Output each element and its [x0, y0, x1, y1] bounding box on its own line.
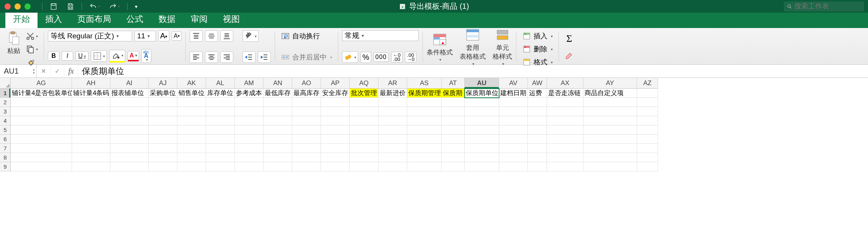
column-header[interactable]: AS [407, 78, 442, 89]
align-bottom-button[interactable] [220, 30, 233, 42]
cell[interactable] [321, 135, 350, 144]
tab-公式[interactable]: 公式 [119, 11, 151, 28]
cell[interactable] [110, 98, 149, 107]
fx-button[interactable]: fx [64, 65, 78, 77]
cell[interactable] [177, 98, 206, 107]
cell[interactable]: 最高库存 [292, 89, 321, 98]
column-header[interactable]: AP [321, 78, 350, 89]
cell[interactable] [499, 98, 528, 107]
column-header[interactable]: AZ [637, 78, 658, 89]
cell[interactable] [583, 98, 637, 107]
search-input[interactable] [794, 2, 861, 10]
cell[interactable]: 商品自定义项 [583, 89, 637, 98]
close-window-button[interactable] [5, 3, 11, 10]
cell[interactable] [583, 153, 637, 162]
cell[interactable] [350, 162, 378, 171]
cell[interactable] [442, 162, 465, 171]
cell[interactable]: 辅计量4条码 [72, 89, 110, 98]
column-header[interactable]: AT [442, 78, 465, 89]
cell[interactable] [499, 116, 528, 125]
cell[interactable] [528, 144, 547, 153]
cell[interactable] [378, 116, 407, 125]
cell[interactable] [528, 116, 547, 125]
cell[interactable] [407, 162, 442, 171]
cell[interactable]: 批次管理 [350, 89, 378, 98]
cell[interactable] [72, 153, 110, 162]
cell[interactable] [206, 116, 235, 125]
font-name-select[interactable]: 等线 Regular (正文) [48, 31, 132, 41]
cut-button[interactable] [24, 30, 40, 42]
cell[interactable] [378, 98, 407, 107]
number-format-select[interactable]: 常规 [342, 30, 419, 41]
row-header[interactable]: 8 [0, 153, 11, 162]
cancel-formula-button[interactable]: ✕ [37, 65, 51, 77]
cell[interactable] [11, 116, 72, 125]
cell[interactable] [583, 144, 637, 153]
table-format-button[interactable]: 套用 表格格式 [460, 27, 486, 66]
cell[interactable] [378, 153, 407, 162]
column-header[interactable]: AR [378, 78, 407, 89]
search-box[interactable] [784, 2, 864, 12]
cell[interactable] [11, 144, 72, 153]
phonetic-button[interactable]: abcA [141, 49, 151, 63]
cell[interactable] [499, 135, 528, 144]
cell[interactable]: 最低库存 [264, 89, 292, 98]
cell[interactable] [206, 162, 235, 171]
cell[interactable] [11, 135, 72, 144]
column-header[interactable]: AK [177, 78, 206, 89]
cell[interactable] [206, 98, 235, 107]
minimize-window-button[interactable] [15, 3, 21, 10]
paste-button[interactable]: 粘贴 [6, 30, 21, 63]
cell[interactable] [547, 98, 583, 107]
cell[interactable] [442, 153, 465, 162]
align-center-button[interactable] [205, 51, 218, 63]
cell[interactable] [465, 135, 499, 144]
cell[interactable] [72, 144, 110, 153]
column-header[interactable]: AV [499, 78, 528, 89]
cell[interactable] [499, 125, 528, 135]
cell-styles-button[interactable]: 单元 格样式 [493, 27, 512, 66]
cell[interactable] [528, 125, 547, 135]
cell[interactable] [321, 153, 350, 162]
decrease-decimal-button[interactable]: .00→0 [405, 52, 416, 63]
cell[interactable] [528, 135, 547, 144]
cell[interactable] [235, 153, 264, 162]
cell[interactable] [528, 153, 547, 162]
redo-button[interactable] [107, 2, 122, 12]
cell[interactable] [547, 107, 583, 116]
cell[interactable] [547, 162, 583, 171]
cell[interactable] [177, 107, 206, 116]
cell[interactable] [110, 135, 149, 144]
cell[interactable] [72, 162, 110, 171]
cell[interactable] [292, 125, 321, 135]
cell[interactable] [465, 153, 499, 162]
column-header[interactable]: AM [235, 78, 264, 89]
cell[interactable] [177, 153, 206, 162]
cell[interactable] [442, 116, 465, 125]
cell[interactable] [637, 153, 658, 162]
column-header[interactable]: AG [11, 78, 72, 89]
cell[interactable] [407, 135, 442, 144]
cell[interactable] [378, 162, 407, 171]
font-color-button[interactable]: A [128, 51, 139, 61]
cell[interactable] [72, 98, 110, 107]
cell[interactable] [292, 144, 321, 153]
cell[interactable]: 运费 [528, 89, 547, 98]
cell[interactable] [583, 162, 637, 171]
autosave-icon[interactable] [48, 2, 59, 12]
cell[interactable] [292, 153, 321, 162]
cell[interactable] [528, 107, 547, 116]
cell[interactable] [350, 98, 378, 107]
cell[interactable] [407, 116, 442, 125]
column-header[interactable]: AW [528, 78, 547, 89]
cell[interactable] [350, 144, 378, 153]
cell[interactable] [350, 116, 378, 125]
clear-button[interactable] [563, 50, 576, 61]
cell[interactable] [264, 98, 292, 107]
cell[interactable] [350, 125, 378, 135]
cell[interactable] [321, 107, 350, 116]
column-header[interactable]: AX [547, 78, 583, 89]
cell[interactable] [465, 98, 499, 107]
cell[interactable] [110, 125, 149, 135]
cell[interactable]: 采购单位 [149, 89, 177, 98]
